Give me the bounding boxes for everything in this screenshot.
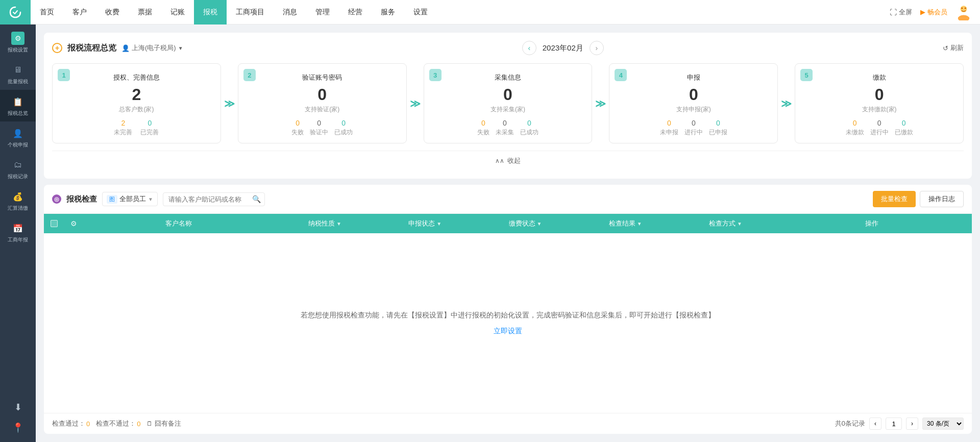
business-report-icon: 📅 <box>11 222 24 235</box>
vip-btn[interactable]: ▶ 畅会员 <box>920 8 947 17</box>
th-action: 操作 <box>776 214 968 233</box>
search-input[interactable] <box>163 192 265 206</box>
svg-point-1 <box>958 15 969 20</box>
nav-item-tax[interactable]: 报税 <box>194 0 227 24</box>
log-btn[interactable]: 操作日志 <box>920 191 964 207</box>
step-5-subtitle: 支持缴款(家) <box>801 105 957 114</box>
sidebar-item-annual-settlement[interactable]: 💰 汇算清缴 <box>0 185 36 216</box>
step-4-stat-declared[interactable]: 0 已申报 <box>709 119 727 137</box>
prev-month-btn[interactable]: ‹ <box>522 41 536 55</box>
refresh-icon: ↺ <box>943 44 948 52</box>
download-icon[interactable]: ⬇ <box>10 399 26 415</box>
step-2-count: 0 <box>244 85 400 104</box>
th-pay-status[interactable]: 缴费状态 ▼ <box>475 214 575 233</box>
step-2-stat-failed[interactable]: 0 失败 <box>291 119 304 137</box>
empty-message: 若您想使用报税检查功能，请先在【报税设置】中进行报税的初始化设置，完成密码验证和… <box>301 307 715 323</box>
check-title: 报税检查 <box>66 194 97 204</box>
step-5-stat-unpaid[interactable]: 0 未缴款 <box>846 119 864 137</box>
fullscreen-btn[interactable]: ⛶ 全屏 <box>890 8 912 17</box>
nav-item-manage[interactable]: 管理 <box>306 0 339 24</box>
step-3-stat-failed[interactable]: 0 失败 <box>477 119 489 137</box>
step-1-stat-complete[interactable]: 0 已完善 <box>140 119 159 137</box>
setup-link[interactable]: 立即设置 <box>494 323 522 339</box>
step-4: 4 申报 0 支持申报(家) 0 未申报 0 进行中 <box>609 63 778 143</box>
th-scrollbar-placeholder <box>968 214 972 233</box>
th-settings[interactable]: ⚙ <box>64 214 83 233</box>
svg-point-3 <box>965 7 966 9</box>
step-5-title: 缴款 <box>801 73 957 82</box>
step-1-complete-value: 0 <box>148 119 152 127</box>
fail-label: 检查不通过： <box>96 419 136 428</box>
total-records: 共0条记录 <box>835 419 865 428</box>
sidebar-label-batch-tax: 批量报税 <box>8 79 28 85</box>
step-2-stat-verifying[interactable]: 0 验证中 <box>310 119 328 137</box>
sidebar-item-batch-tax[interactable]: 🖥 批量报税 <box>0 58 36 90</box>
th-checkbox[interactable] <box>44 214 64 233</box>
nav-item-settings[interactable]: 设置 <box>404 0 437 24</box>
note-info: 🗒 囧有备注 <box>146 419 181 428</box>
sidebar-item-tax-record[interactable]: 🗂 报税记录 <box>0 153 36 185</box>
arrow-4: ≫ <box>778 63 795 143</box>
step-3-number: 3 <box>429 69 442 81</box>
sidebar-label-annual-settlement: 汇算清缴 <box>8 205 28 211</box>
fail-value[interactable]: 0 <box>137 420 140 428</box>
prev-page-btn[interactable]: ‹ <box>869 418 881 430</box>
step-2: 2 验证账号密码 0 支持验证(家) 0 失败 0 验证中 <box>238 63 407 143</box>
pass-info: 检查通过： 0 <box>52 419 90 428</box>
avatar[interactable] <box>955 4 972 20</box>
main-layout: ⚙ 报税设置 🖥 批量报税 📋 报税总览 👤 个税申报 🗂 报税记录 💰 汇算清… <box>0 24 980 442</box>
nav-item-customer[interactable]: 客户 <box>63 0 96 24</box>
per-page-select[interactable]: 30 条/页50 条/页100 条/页 <box>922 418 964 430</box>
next-month-btn[interactable]: › <box>590 41 604 55</box>
nav-item-home[interactable]: 首页 <box>31 0 63 24</box>
step-1-number: 1 <box>58 69 70 81</box>
fullscreen-icon: ⛶ <box>890 8 897 16</box>
step-1-count: 2 <box>59 85 214 104</box>
sidebar-item-tax-overview[interactable]: 📋 报税总览 <box>0 90 36 121</box>
nav-item-fee[interactable]: 收费 <box>96 0 129 24</box>
tax-settings-icon: ⚙ <box>11 32 24 45</box>
step-2-number: 2 <box>243 69 256 81</box>
step-4-stat-undeclared[interactable]: 0 未申报 <box>660 119 678 137</box>
current-month: 2023年02月 <box>543 43 583 53</box>
refresh-btn[interactable]: ↺ 刷新 <box>943 43 964 53</box>
location-icon[interactable]: 📍 <box>10 420 26 436</box>
collapse-btn[interactable]: ∧∧ 收起 <box>52 151 964 170</box>
search-icon[interactable]: 🔍 <box>252 195 261 203</box>
step-5-number: 5 <box>800 69 813 81</box>
th-check-method[interactable]: 检查方式 ▼ <box>675 214 775 233</box>
nav-item-service[interactable]: 服务 <box>372 0 404 24</box>
step-5-stat-inprogress[interactable]: 0 进行中 <box>870 119 889 137</box>
page-input[interactable] <box>886 418 902 430</box>
batch-check-btn[interactable]: 批量检查 <box>873 191 916 207</box>
step-2-stat-success[interactable]: 0 已成功 <box>334 119 353 137</box>
step-3-stat-uncollected[interactable]: 0 未采集 <box>496 119 514 137</box>
step-1-subtitle: 总客户数(家) <box>59 105 214 114</box>
step-4-stat-inprogress[interactable]: 0 进行中 <box>684 119 703 137</box>
step-5-stat-paid[interactable]: 0 已缴款 <box>895 119 913 137</box>
location-selector[interactable]: 👤 上海(电子税局) ▼ <box>121 43 183 53</box>
process-steps: 1 授权、完善信息 2 总客户数(家) 2 未完善 0 已完善 <box>52 63 964 143</box>
nav-item-invoice[interactable]: 票据 <box>129 0 161 24</box>
sidebar-label-business-report: 工商年报 <box>8 237 28 243</box>
nav-item-message[interactable]: 消息 <box>274 0 306 24</box>
pass-value[interactable]: 0 <box>86 420 90 428</box>
step-1-incomplete-label: 未完善 <box>114 128 132 137</box>
th-tax-type[interactable]: 纳税性质 ▼ <box>275 214 375 233</box>
nav-item-accounting[interactable]: 记账 <box>161 0 194 24</box>
sidebar-item-business-report[interactable]: 📅 工商年报 <box>0 216 36 248</box>
checkbox-all[interactable] <box>51 220 58 227</box>
sidebar-item-personal-tax[interactable]: 👤 个税申报 <box>0 121 36 153</box>
employee-filter[interactable]: 图 全部员工 ▼ <box>102 192 158 206</box>
step-4-title: 申报 <box>616 73 771 82</box>
th-check-result[interactable]: 检查结果 ▼ <box>575 214 675 233</box>
sidebar-item-tax-settings[interactable]: ⚙ 报税设置 <box>0 27 36 58</box>
nav-item-business[interactable]: 工商项目 <box>227 0 274 24</box>
step-3-title: 采集信息 <box>430 73 586 82</box>
step-1-stat-incomplete[interactable]: 2 未完善 <box>114 119 132 137</box>
nav-item-ops[interactable]: 经营 <box>339 0 372 24</box>
th-declare-status[interactable]: 申报状态 ▼ <box>375 214 475 233</box>
step-3-stat-success[interactable]: 0 已成功 <box>520 119 538 137</box>
tax-record-icon: 🗂 <box>11 158 24 171</box>
next-page-btn[interactable]: › <box>906 418 918 430</box>
